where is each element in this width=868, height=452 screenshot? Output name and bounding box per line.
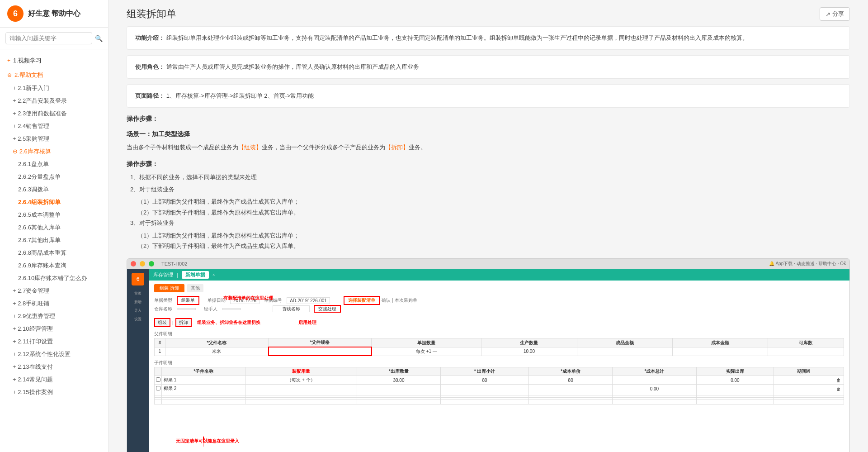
sidebar-item-online-pay[interactable]: + 2.13在线支付: [0, 361, 108, 373]
plus-icon: +: [13, 300, 18, 307]
search-box: 🔍: [0, 28, 108, 49]
plus-icon: +: [13, 135, 18, 142]
path-block: 页面路径： 1、库存核算->库存管理->组装拆卸单 2、首页->常用功能: [127, 84, 850, 108]
highlight-assembly: 【组装】: [238, 144, 262, 151]
role-label: 使用角色：: [135, 63, 165, 70]
sidebar-item-partial-stocktake[interactable]: 2.6.2分量盘点单: [0, 171, 108, 183]
search-input[interactable]: [5, 32, 92, 44]
role-text: 通常由生产人员或库管人员完成拆装业务的操作，库管人员确认原材料的出库和产成品的入…: [166, 63, 419, 70]
page-title: 组装拆卸单: [127, 7, 176, 21]
plus-icon: +: [13, 97, 18, 104]
step3-sub2: （2）下部明细为子件明细，最终作为产成品生成其它入库单。: [137, 241, 850, 251]
sidebar-item-faq[interactable]: + 2.14常见问题: [0, 373, 108, 386]
content-body: 功能介绍： 组装拆卸单用来处理企业组装或拆卸等加工业务，支持有固定装配清单的产品…: [108, 26, 868, 452]
minus-icon: ⊖: [13, 148, 19, 155]
sidebar-item-transfer[interactable]: 2.6.3调拨单: [0, 183, 108, 196]
sidebar-item-label: 2.帮助文档: [14, 71, 43, 79]
sidebar-nav: + 1.视频学习 ⊖ 2.帮助文档 + 2.1新手入门 + 2.2产品安装及登录…: [0, 49, 108, 452]
function-intro-text: 组装拆卸单用来处理企业组装或拆卸等加工业务，支持有固定装配清单的产品加工业务，也…: [166, 34, 748, 41]
sidebar-item-coupon[interactable]: + 2.9优惠券管理: [0, 310, 108, 323]
sidebar-sub-sub-items: 2.6.1盘点单 2.6.2分量盘点单 2.6.3调拨单 2.6.4组装拆卸单 …: [0, 158, 108, 285]
sidebar-item-cost-adjust[interactable]: 2.6.5成本调整单: [0, 209, 108, 221]
sidebar-item-purchase[interactable]: + 2.5采购管理: [0, 133, 108, 145]
sidebar-item-sales[interactable]: + 2.4销售管理: [0, 120, 108, 133]
screenshot-container: TEST-H002 🔔 App下载 · 动态推送 · 帮助中心 · C€ 6 首…: [127, 258, 850, 452]
search-icon[interactable]: 🔍: [95, 35, 103, 42]
step3: 3、对于拆装业务: [130, 218, 850, 228]
plus-icon: +: [13, 363, 18, 370]
sidebar-item-label: 1.视频学习: [13, 57, 42, 65]
plus-icon: +: [13, 338, 18, 345]
highlight-disassembly: 【拆卸】: [385, 144, 409, 151]
plus-icon: +: [13, 85, 18, 91]
sidebar-item-beginner[interactable]: + 2.1新手入门: [0, 82, 108, 95]
app-title: 好生意 帮助中心: [28, 9, 80, 19]
sidebar-item-help-docs[interactable]: ⊖ 2.帮助文档: [0, 68, 108, 82]
function-intro-label: 功能介绍：: [135, 34, 165, 41]
mock-assembly-tab: 组装 拆卸: [154, 284, 184, 292]
function-intro-block: 功能介绍： 组装拆卸单用来处理企业组装或拆卸等加工业务，支持有固定装配清单的产品…: [127, 26, 850, 50]
share-label: 分享: [832, 10, 844, 18]
step3-sub1: （1）上部明细为父件明细，最终作为原材料生成其它出库单；: [137, 230, 850, 241]
path-text: 1、库存核算->库存管理->组装拆卸单 2、首页->常用功能: [166, 92, 314, 99]
minus-icon: ⊖: [7, 72, 12, 78]
plus-icon: +: [13, 287, 18, 294]
step1: 1、根据不同的业务，选择不同单据的类型来处理: [130, 172, 850, 182]
sidebar-item-inventory[interactable]: ⊖ 2.6库存核算: [0, 145, 108, 158]
sidebar-item-other-out[interactable]: 2.6.7其他出库单: [0, 234, 108, 247]
plus-icon: +: [13, 376, 18, 383]
main-content: 组装拆卸单 ↗ 分享 功能介绍： 组装拆卸单用来处理企业组装或拆卸等加工业务，支…: [108, 0, 868, 452]
sidebar-item-video[interactable]: + 1.视频学习: [0, 54, 108, 67]
plus-icon: +: [13, 389, 18, 395]
sidebar-header: 6 好生意 帮助中心: [0, 0, 108, 28]
sidebar-item-operation[interactable]: + 2.10经营管理: [0, 323, 108, 335]
sidebar-item-finance[interactable]: + 2.7资金管理: [0, 285, 108, 297]
role-block: 使用角色： 通常由生产人员或库管人员完成拆装业务的操作，库管人员确认原材料的出库…: [127, 55, 850, 79]
nav-section-1: + 1.视频学习: [0, 54, 108, 67]
plus-icon: +: [13, 325, 18, 332]
operation-steps-title: 操作步骤：: [127, 115, 850, 123]
sidebar-sub-items: + 2.1新手入门 + 2.2产品安装及登录 + 2.3使用前数据准备 + 2.…: [0, 82, 108, 399]
step2: 2、对于组装业务: [130, 184, 850, 195]
logo-icon: 6: [7, 5, 24, 22]
sidebar-item-mobile[interactable]: + 2.8手机旺铺: [0, 297, 108, 310]
sidebar-item-cases[interactable]: + 2.15操作案例: [0, 386, 108, 399]
sidebar-item-stock-ledger[interactable]: 2.6.9库存账本查询: [0, 259, 108, 272]
sidebar-item-ledger-error[interactable]: 2.6.10库存账本错了怎么办: [0, 272, 108, 285]
sidebar-item-other-in[interactable]: 2.6.6其他入库单: [0, 221, 108, 234]
plus-icon: +: [13, 123, 18, 129]
sidebar: 6 好生意 帮助中心 🔍 + 1.视频学习 ⊖ 2.帮助文档 + 2.1新手入门: [0, 0, 108, 452]
sidebar-item-assembly[interactable]: 2.6.4组装拆卸单: [0, 196, 108, 209]
sidebar-item-stocktake[interactable]: 2.6.1盘点单: [0, 158, 108, 171]
plus-icon: +: [13, 110, 18, 117]
scenario1-desc: 当由多个子件材料组装成一个成品的业务为【组装】业务，当由一个父件拆分成多个子产品…: [127, 142, 850, 152]
sidebar-item-personalize[interactable]: + 2.12系统个性化设置: [0, 348, 108, 361]
sidebar-item-print[interactable]: + 2.11打印设置: [0, 335, 108, 348]
plus-icon: +: [13, 313, 18, 319]
sidebar-item-data-prep[interactable]: + 2.3使用前数据准备: [0, 107, 108, 120]
plus-icon: +: [7, 57, 10, 64]
plus-icon: +: [13, 351, 18, 357]
step2-sub1: （1）上部明细为父件明细，最终作为产成品生成其它入库单；: [137, 196, 850, 207]
sidebar-item-cost-recalc[interactable]: 2.6.8商品成本重算: [0, 247, 108, 259]
content-header: 组装拆卸单 ↗ 分享: [108, 0, 868, 26]
share-icon: ↗: [826, 11, 830, 18]
step2-sub2: （2）下部明细为子件明细，最终作为原材料生成其它出库单。: [137, 207, 850, 218]
sidebar-item-install[interactable]: + 2.2产品安装及登录: [0, 95, 108, 107]
share-button[interactable]: ↗ 分享: [820, 7, 850, 21]
path-label: 页面路径：: [135, 92, 165, 99]
nav-section-2: ⊖ 2.帮助文档 + 2.1新手入门 + 2.2产品安装及登录 + 2.3使用前…: [0, 68, 108, 399]
scenario1-title: 场景一：加工类型选择: [127, 130, 850, 138]
steps-label: 操作步骤：: [127, 160, 850, 168]
